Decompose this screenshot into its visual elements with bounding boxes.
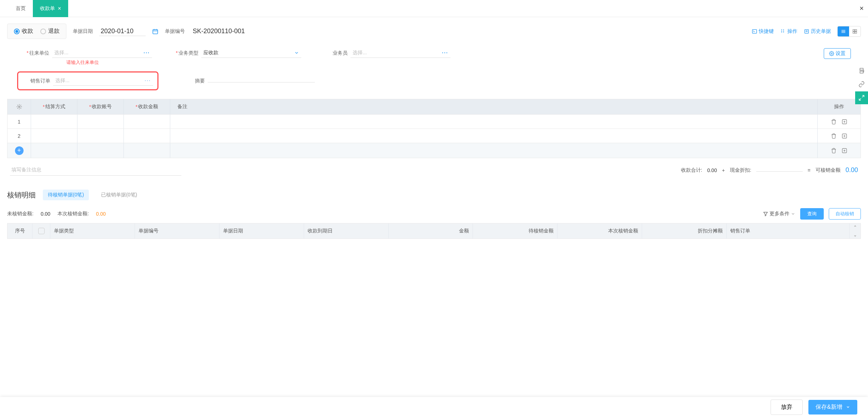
- table-footer: +: [7, 143, 861, 158]
- doc-no-value: SK-20200110-001: [191, 27, 246, 36]
- summary-input[interactable]: [208, 79, 315, 82]
- tab-receipt[interactable]: 收款单 ×: [33, 0, 68, 17]
- party-placeholder: 选择...: [54, 50, 143, 56]
- radio-receive[interactable]: 收款: [14, 27, 33, 35]
- payment-table: *结算方式 *收款账号 *收款金额 备注 操作 1 2: [7, 99, 861, 158]
- svg-point-22: [19, 106, 20, 107]
- svg-marker-33: [854, 225, 857, 227]
- shortcut-button[interactable]: 快捷键: [752, 28, 774, 35]
- settings-button[interactable]: 设置: [824, 48, 851, 59]
- cell-remark[interactable]: [170, 115, 818, 129]
- row-index: 2: [7, 129, 31, 143]
- cell-account[interactable]: [77, 129, 124, 143]
- add-row-icon[interactable]: [842, 133, 847, 139]
- svg-rect-17: [853, 29, 855, 31]
- col-account: *收款账号: [77, 99, 124, 114]
- svg-rect-35: [860, 68, 863, 70]
- discount-label: 现金折扣:: [730, 167, 751, 174]
- operate-button[interactable]: 操作: [780, 28, 797, 35]
- query-button[interactable]: 查询: [800, 208, 824, 220]
- party-error-msg: 请输入往来单位: [17, 58, 152, 66]
- plus-sign: +: [722, 167, 725, 173]
- add-circle-icon[interactable]: +: [15, 146, 24, 155]
- writeoff-summary-row: 未核销金额: 0.00 本次核销金额: 0.00 更多条件 查询 自动核销: [7, 205, 861, 223]
- doc-date-value[interactable]: 2020-01-10: [99, 27, 146, 36]
- ellipsis-icon[interactable]: ···: [143, 50, 150, 56]
- discount-input[interactable]: [756, 169, 803, 172]
- col-discount: 折扣分摊额: [642, 223, 727, 238]
- delete-icon[interactable]: [831, 133, 837, 139]
- ellipsis-icon[interactable]: ···: [145, 78, 151, 84]
- party-select[interactable]: 选择... ···: [52, 48, 152, 58]
- rail-expand-icon[interactable]: [855, 91, 868, 104]
- biztype-select[interactable]: 应收款: [201, 48, 301, 58]
- delete-icon[interactable]: [831, 119, 837, 125]
- view-grid-icon[interactable]: [849, 26, 861, 36]
- checkbox-all[interactable]: [38, 228, 45, 234]
- row-index: 1: [7, 115, 31, 129]
- sales-order-label: 销售订单: [18, 78, 50, 84]
- svg-rect-19: [853, 31, 855, 33]
- radio-icon: [14, 29, 20, 34]
- cell-settle[interactable]: [31, 115, 77, 129]
- equals-sign: =: [808, 167, 811, 173]
- svg-line-37: [862, 95, 864, 97]
- sales-order-select[interactable]: 选择... ···: [53, 76, 153, 86]
- remark-input[interactable]: 填写备注信息: [10, 165, 181, 176]
- view-list-icon[interactable]: [838, 26, 849, 36]
- close-icon[interactable]: ×: [58, 5, 61, 12]
- radio-refund[interactable]: 退款: [40, 27, 60, 35]
- shortcut-label: 快捷键: [759, 28, 774, 35]
- col-seq: 序号: [7, 223, 32, 238]
- sales-order-highlight: 销售订单 选择... ···: [17, 71, 158, 90]
- auto-writeoff-button[interactable]: 自动核销: [829, 208, 861, 220]
- gear-icon[interactable]: [7, 99, 31, 114]
- doc-no-label: 单据编号: [165, 28, 185, 35]
- biztype-label: *业务类型: [166, 50, 198, 56]
- tab-pending[interactable]: 待核销单据(0笔): [43, 190, 89, 200]
- delete-icon[interactable]: [831, 148, 837, 154]
- writeoff-value: 0.00: [846, 166, 858, 174]
- add-row-icon[interactable]: [842, 148, 847, 154]
- rail-link-icon[interactable]: [855, 78, 868, 91]
- doc-header-row: 收款 退款 单据日期 2020-01-10 单据编号 SK-20200110-0…: [7, 17, 861, 45]
- svg-point-10: [783, 31, 784, 32]
- more-cond-label: 更多条件: [769, 211, 789, 217]
- top-tab-bar: 首页 收款单 × ×: [0, 0, 868, 17]
- cell-account[interactable]: [77, 115, 124, 129]
- cell-amount[interactable]: [124, 115, 170, 129]
- sales-order-placeholder: 选择...: [55, 77, 145, 84]
- more-conditions-button[interactable]: 更多条件: [763, 211, 795, 217]
- calendar-icon[interactable]: [152, 28, 158, 35]
- this-write-value: 0.00: [96, 211, 106, 217]
- panel-close-icon[interactable]: ×: [859, 4, 864, 12]
- salesman-placeholder: 选择...: [353, 50, 442, 56]
- salesman-select[interactable]: 选择... ···: [350, 48, 450, 58]
- col-settle-method: *结算方式: [31, 99, 77, 114]
- col-remark: 备注: [170, 99, 818, 114]
- tab-done[interactable]: 已核销单据(0笔): [96, 190, 142, 200]
- radio-receive-label: 收款: [22, 27, 33, 35]
- col-amount: *收款金额: [124, 99, 170, 114]
- rail-print-icon[interactable]: [855, 64, 868, 77]
- side-rail: [855, 64, 868, 104]
- cell-amount[interactable]: [124, 129, 170, 143]
- history-button[interactable]: 历史单据: [804, 28, 831, 35]
- svg-rect-20: [855, 31, 857, 33]
- tab-home[interactable]: 首页: [9, 0, 33, 17]
- table-row: 1: [7, 114, 861, 129]
- chevron-down-icon[interactable]: [294, 50, 299, 55]
- biztype-value: 应收款: [203, 50, 294, 56]
- svg-rect-18: [855, 29, 857, 31]
- col-thisamt: 本次核销金额: [557, 223, 642, 238]
- tab-receipt-label: 收款单: [40, 5, 55, 12]
- total-label: 收款合计:: [681, 167, 702, 174]
- scroll-indicator[interactable]: [850, 223, 861, 238]
- salesman-label: 业务员: [316, 50, 348, 56]
- add-row-icon[interactable]: [842, 119, 847, 125]
- col-checkbox: [32, 223, 50, 238]
- history-label: 历史单据: [811, 28, 831, 35]
- ellipsis-icon[interactable]: ···: [442, 50, 448, 56]
- cell-remark[interactable]: [170, 129, 818, 143]
- cell-settle[interactable]: [31, 129, 77, 143]
